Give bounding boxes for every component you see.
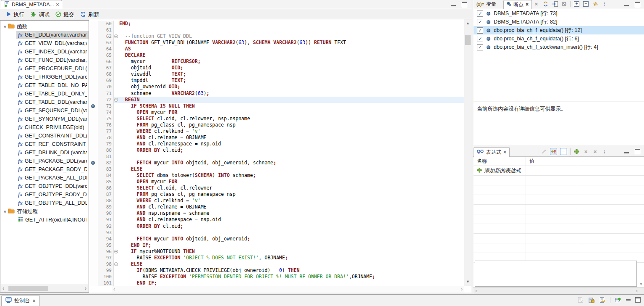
breakpoint-ruler[interactable] (89, 71, 98, 77)
tree-item[interactable]: fxGET_CONSTRAINT_DDL(v (0, 132, 89, 140)
tree-item[interactable]: fxGET_VIEW_DDL(varchar,v (0, 39, 89, 47)
fold-ruler[interactable] (114, 65, 119, 71)
scroll-left-icon[interactable]: ‹ (113, 286, 115, 292)
fold-ruler[interactable] (114, 230, 119, 236)
skip-all-breakpoints-icon[interactable] (561, 1, 567, 7)
scroll-down-icon[interactable]: ▼ (639, 282, 643, 286)
go-to-file-icon[interactable] (552, 1, 558, 7)
commit-button[interactable]: 提交 (53, 10, 78, 20)
tree-item[interactable]: fxGET_DDL(varchar,varchar (0, 31, 89, 39)
code-line[interactable]: 62− --function GET_VIEW_DDL (89, 33, 464, 40)
breakpoint-ruler[interactable] (89, 97, 98, 103)
minimize-icon[interactable] (626, 299, 631, 301)
scrollbar-thumb[interactable] (465, 35, 471, 45)
fold-ruler[interactable] (114, 77, 119, 84)
tree-item[interactable]: fxGET_TABLE_DDL_NO_PAR (0, 81, 89, 90)
fold-ruler[interactable] (114, 210, 119, 216)
remove-all-breakpoints-icon[interactable]: × (533, 1, 539, 7)
code-text[interactable]: SELECT dbms_tolower(SCHEMA) INTO schname… (119, 172, 464, 179)
breakpoint-ruler[interactable] (89, 236, 98, 242)
code-line[interactable]: 81 (89, 153, 464, 160)
tree-item[interactable]: fxCHECK_PRIVILEGE(oid) (0, 123, 89, 132)
tree-item[interactable]: fxGET_OBJTYPE_ALL_DDL(v (0, 199, 89, 207)
code-text[interactable]: BEGIN (119, 97, 464, 103)
breakpoint-ruler[interactable] (89, 223, 98, 230)
code-text[interactable]: AS (119, 46, 464, 52)
tree-item[interactable]: fxGET_SEQUENCE_DDL(var (0, 106, 89, 115)
fold-ruler[interactable] (114, 236, 119, 242)
code-text[interactable]: FETCH mycur INTO objtoid, obj_owneroid, … (119, 160, 464, 166)
breakpoint-ruler[interactable] (89, 280, 98, 286)
fold-ruler[interactable] (114, 141, 119, 147)
tab-expressions[interactable]: x² 表达式 × (474, 147, 510, 157)
fold-ruler[interactable] (114, 179, 119, 185)
add-expression-icon[interactable] (573, 148, 580, 155)
tree-item-box[interactable]: fxGET_SYNONYM_DDL(var (16, 115, 89, 123)
code-text[interactable]: IF(DBMS_METADATA.CHECK_PRIVILEGE(obj_own… (119, 267, 464, 274)
tree-item[interactable]: fxGET_REF_CONSTRAINT_D (0, 140, 89, 148)
code-line[interactable]: 75 SELECT cl.oid, cl.relowner, nsp.nspna… (89, 116, 464, 122)
breakpoint-row[interactable]: ✓dbo.proc_bia_ch_f_stockwarn_insert() [行… (474, 43, 644, 51)
column-header-name[interactable]: 名称 (474, 157, 526, 166)
code-line[interactable]: 69 tmpddl TEXT; (89, 77, 464, 84)
code-line[interactable]: 85 OPEN mycur FOR (89, 179, 464, 185)
code-text[interactable]: ELSE (119, 261, 464, 267)
fold-ruler[interactable] (114, 27, 119, 33)
close-icon[interactable]: × (33, 298, 36, 303)
fold-ruler[interactable] (114, 109, 119, 116)
breakpoint-ruler[interactable] (89, 84, 98, 90)
code-line[interactable]: 92 ORDER BY cl.oid; (89, 223, 464, 230)
breakpoint-ruler[interactable] (89, 166, 98, 172)
tree-item-box[interactable]: fxGET_PACKAGE_BODY_DD (16, 166, 89, 173)
breakpoint-row[interactable]: ✓dbo.proc_bia_ch_f_equidata() [行: 12] (474, 26, 644, 34)
code-line[interactable]: 91 AND cl.relnamespace = nsp.oid (89, 216, 464, 223)
fold-collapse-icon[interactable]: − (114, 34, 118, 38)
breakpoint-ruler[interactable] (89, 147, 98, 153)
reload-breakpoints-icon[interactable] (542, 1, 549, 7)
tree-item-box[interactable]: fxCHECK_PRIVILEGE(oid) (16, 124, 86, 131)
code-text[interactable]: END; (119, 21, 464, 27)
code-line[interactable]: 79 AND cl.relnamespace = nsp.oid (89, 141, 464, 147)
code-text[interactable] (119, 27, 464, 33)
fold-ruler[interactable] (114, 185, 119, 191)
code-line[interactable]: 73 IF SCHEMA IS NULL THEN (89, 103, 464, 109)
code-line[interactable]: 72− BEGIN (89, 97, 464, 103)
code-line[interactable]: 63 FUNCTION GET_VIEW_DDL(OBJNAME VARCHAR… (89, 40, 464, 46)
column-header-value[interactable]: 值 (526, 157, 577, 166)
fold-ruler[interactable]: − (114, 248, 119, 255)
code-line[interactable]: 66 mycur REFCURSOR; (89, 58, 464, 65)
fold-ruler[interactable] (114, 21, 119, 27)
tree-item[interactable]: fxGET_DBLINK_DDL(varcha (0, 148, 89, 157)
lock-console-icon[interactable] (588, 297, 594, 303)
code-line[interactable]: 70 obj_owneroid OID; (89, 84, 464, 90)
minimize-icon[interactable] (624, 5, 629, 6)
breakpoint-ruler[interactable] (89, 52, 98, 58)
code-text[interactable] (119, 153, 464, 160)
tree-item[interactable]: GET_ATTR(oid,int4,INOUT (0, 216, 89, 224)
breakpoint-ruler[interactable] (89, 153, 98, 160)
code-text[interactable]: SELECT cl.oid, cl.relowner (119, 185, 464, 191)
code-area[interactable]: 60END;6162− --function GET_VIEW_DDL63 FU… (89, 19, 464, 286)
scroll-down-icon[interactable]: ▼ (464, 279, 471, 285)
fold-ruler[interactable] (114, 58, 119, 65)
breakpoint-ruler[interactable] (89, 261, 98, 267)
breakpoint-ruler[interactable] (89, 135, 98, 141)
breakpoint-ruler[interactable] (89, 122, 98, 128)
tree-item-box[interactable]: fxGET_VIEW_DDL(varchar,v (16, 40, 89, 47)
code-line[interactable]: 83 ELSE (89, 166, 464, 172)
tree-folder[interactable]: ∨函数 (0, 22, 89, 31)
breakpoint-ruler[interactable] (89, 185, 98, 191)
scroll-right-icon[interactable]: › (85, 285, 86, 291)
fold-ruler[interactable] (114, 147, 119, 153)
maximize-icon[interactable] (635, 149, 640, 154)
code-line[interactable]: 100 RAISE EXCEPTION 'PERMISSION DENIED F… (89, 274, 464, 280)
code-line[interactable]: 87 FROM pg_class cl, pg_namespace nsp (89, 191, 464, 198)
code-text[interactable]: RAISE EXCEPTION 'OBJECT % DOES NOT EXIST… (119, 255, 464, 261)
expression-empty-row[interactable] (474, 176, 644, 185)
code-line[interactable]: 94 FETCH mycur INTO objtoid, obj_owneroi… (89, 236, 464, 242)
fold-ruler[interactable] (114, 40, 119, 46)
breakpoint-ruler[interactable] (89, 172, 98, 179)
breakpoint-ruler[interactable] (89, 40, 98, 46)
breakpoint-ruler[interactable] (89, 179, 98, 185)
fold-ruler[interactable] (114, 274, 119, 280)
